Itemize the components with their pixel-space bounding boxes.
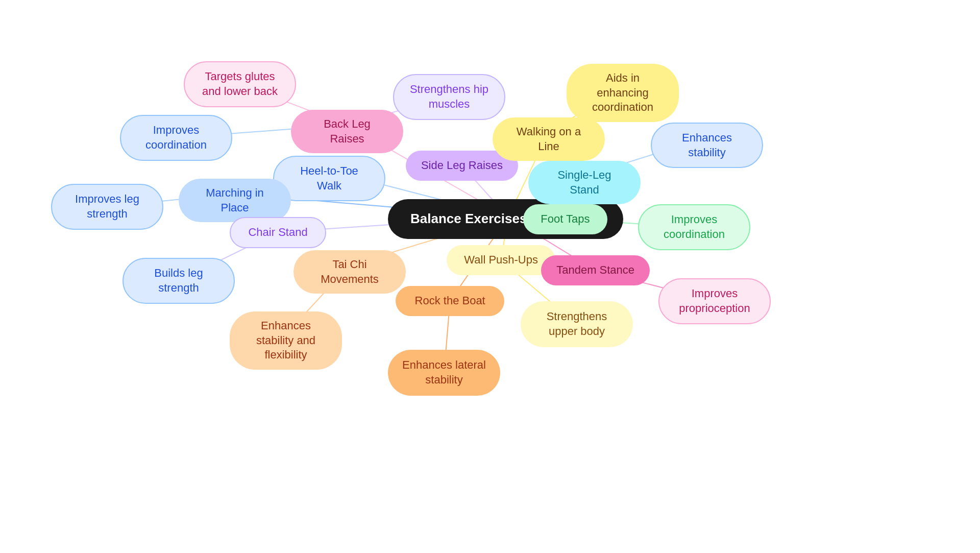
improves-coord-left-node: Improves coordination — [120, 115, 232, 161]
aids-coord-node: Aids in enhancing coordination — [567, 64, 679, 122]
builds-leg-strength-node: Builds leg strength — [122, 258, 235, 304]
enhances-stability-right-node: Enhances stability — [651, 123, 763, 168]
tandem-stance-node: Tandem Stance — [541, 255, 650, 285]
improves-proprio-node: Improves proprioception — [658, 278, 771, 324]
improves-coord-right-node: Improves coordination — [638, 204, 750, 250]
back-leg-raises-node: Back Leg Raises — [291, 110, 403, 153]
improves-leg-strength-node: Improves leg strength — [51, 184, 163, 230]
single-leg-stand-node: Single-Leg Stand — [528, 161, 641, 204]
strengthens-upper-node: Strengthens upper body — [521, 301, 633, 347]
targets-glutes-node: Targets glutes and lower back — [184, 61, 296, 107]
rock-the-boat-node: Rock the Boat — [396, 286, 504, 316]
chair-stand-node: Chair Stand — [230, 217, 326, 248]
strengthens-hip-node: Strengthens hip muscles — [393, 74, 505, 120]
marching-place-node: Marching in Place — [179, 179, 291, 222]
walking-line-node: Walking on a Line — [493, 117, 605, 161]
tai-chi-node: Tai Chi Movements — [293, 250, 406, 294]
enhances-lateral-node: Enhances lateral stability — [388, 350, 500, 396]
foot-taps-node: Foot Taps — [523, 204, 607, 234]
enhances-stab-flex-node: Enhances stability and flexibility — [230, 311, 342, 370]
wall-pushups-node: Wall Push-Ups — [447, 245, 555, 275]
